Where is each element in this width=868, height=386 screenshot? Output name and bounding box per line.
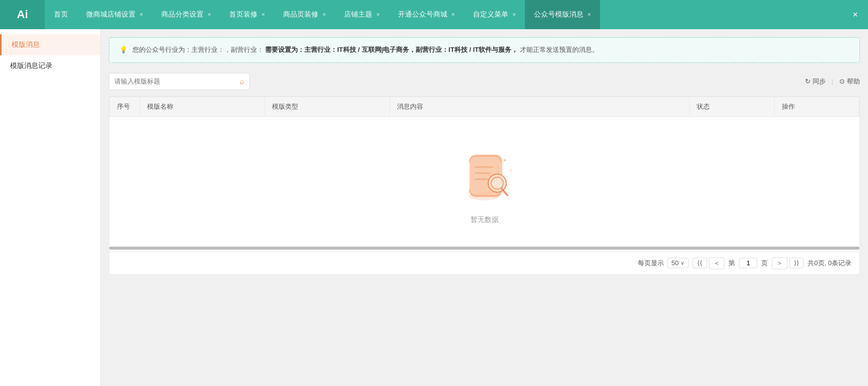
sync-button[interactable]: ↻ 同步 [805, 77, 826, 86]
svg-text:·: · [505, 167, 506, 170]
sync-label: 同步 [813, 77, 826, 86]
nav-tab-category-settings[interactable]: 商品分类设置× [152, 0, 220, 29]
app-logo: Ai [0, 0, 45, 29]
close-tab-product-decorate[interactable]: × [322, 11, 326, 18]
search-bar: ⌕ ↻ 同步 | ⊙ 帮助 [109, 73, 860, 90]
page-size-label: 每页显示 [638, 259, 664, 268]
content-area: 模版消息模版消息记录 💡 您的公众号行业为：主营行业：，副营行业： 需要设置为：… [0, 29, 868, 386]
page-label-prefix: 第 [728, 259, 735, 268]
first-page-button[interactable]: ⟨⟨ [693, 258, 707, 268]
table-header: 序号模版名称模版类型消息内容状态操作 [110, 97, 859, 116]
col-header-type: 模版类型 [265, 97, 390, 116]
close-tab-weshop-settings[interactable]: × [140, 11, 143, 18]
nav-tab-open-mall[interactable]: 开通公众号商城× [389, 0, 464, 29]
sidebar-items: 模版消息模版消息记录 [0, 34, 100, 76]
page-size-dropdown[interactable]: 50 ∨ [667, 258, 689, 268]
data-table: 序号模版名称模版类型消息内容状态操作 [109, 97, 859, 117]
col-header-status: 状态 [690, 97, 774, 116]
scrollbar-thumb[interactable] [109, 247, 859, 250]
close-all-button[interactable]: × [842, 0, 868, 29]
col-header-content: 消息内容 [390, 97, 690, 116]
pagination-row: 每页显示 50 ∨ ⟨⟨ ＜ 第 页 ＞ ⟩⟩ 共0页, 0条记录 [109, 252, 859, 274]
svg-text:✦: ✦ [509, 169, 512, 173]
svg-text:✦: ✦ [503, 158, 507, 163]
nav-tab-template-msg[interactable]: 公众号模版消息× [525, 0, 600, 29]
close-tab-shop-theme[interactable]: × [376, 11, 380, 18]
nav-tab-weshop-settings[interactable]: 微商城店铺设置× [77, 0, 152, 29]
nav-tab-home-decorate[interactable]: 首页装修× [220, 0, 274, 29]
nav-tab-custom-menu[interactable]: 自定义菜单× [464, 0, 525, 29]
nav-tab-product-decorate[interactable]: 商品页装修× [274, 0, 335, 29]
sync-icon: ↻ [805, 78, 811, 85]
main-content: 💡 您的公众号行业为：主营行业：，副营行业： 需要设置为：主营行业：IT科技 /… [101, 29, 868, 386]
empty-state: ✦ ✦ · 暂无数据 [109, 117, 859, 245]
notice-suffix: 才能正常发送预置的消息。 [520, 46, 598, 53]
sidebar-item-template-message[interactable]: 模版消息 [0, 34, 100, 55]
page-size-value: 50 [672, 259, 679, 267]
page-input[interactable] [739, 258, 757, 268]
help-label: 帮助 [847, 77, 860, 86]
sidebar: 模版消息模版消息记录 [0, 29, 101, 386]
col-header-name: 模版名称 [140, 97, 265, 116]
empty-svg: ✦ ✦ · [454, 147, 515, 207]
close-tab-template-msg[interactable]: × [587, 11, 591, 18]
close-tab-open-mall[interactable]: × [451, 11, 455, 18]
divider: | [832, 78, 833, 85]
table-wrapper: 序号模版名称模版类型消息内容状态操作 [109, 96, 860, 275]
scrollbar-row[interactable] [109, 245, 859, 252]
total-info: 共0页, 0条记录 [808, 259, 851, 268]
prev-page-button[interactable]: ＜ [709, 257, 724, 269]
chevron-down-icon: ∨ [681, 260, 684, 266]
search-input-wrap[interactable]: ⌕ [109, 73, 250, 90]
nav-tab-shop-theme[interactable]: 店铺主题× [335, 0, 389, 29]
notice-highlight: 需要设置为：主营行业：IT科技 / 互联网|电子商务，副营行业：IT科技 / I… [265, 46, 518, 53]
last-page-button[interactable]: ⟩⟩ [789, 258, 804, 268]
nav-tabs: 首页微商城店铺设置×商品分类设置×首页装修×商品页装修×店铺主题×开通公众号商城… [45, 0, 842, 29]
help-button[interactable]: ⊙ 帮助 [839, 77, 860, 86]
notice-prefix: 您的公众号行业为：主营行业：，副营行业： [132, 46, 263, 53]
col-header-action: 操作 [774, 97, 859, 116]
empty-text: 暂无数据 [471, 215, 499, 224]
help-icon: ⊙ [839, 78, 845, 85]
top-nav-bar: Ai 首页微商城店铺设置×商品分类设置×首页装修×商品页装修×店铺主题×开通公众… [0, 0, 868, 29]
search-icon[interactable]: ⌕ [240, 77, 244, 86]
empty-illustration: ✦ ✦ · [454, 147, 515, 207]
page-label-suffix: 页 [761, 259, 768, 268]
search-input[interactable] [114, 78, 240, 85]
close-tab-home-decorate[interactable]: × [261, 11, 265, 18]
notice-icon: 💡 [119, 46, 127, 53]
close-tab-category-settings[interactable]: × [208, 11, 211, 18]
close-tab-custom-menu[interactable]: × [512, 11, 516, 18]
page-nav: ⟨⟨ ＜ 第 页 ＞ ⟩⟩ [693, 257, 804, 269]
search-actions: ↻ 同步 | ⊙ 帮助 [805, 77, 860, 86]
next-page-button[interactable]: ＞ [772, 257, 787, 269]
page-size-select: 每页显示 50 ∨ [638, 258, 689, 268]
scrollbar-track[interactable] [109, 247, 859, 250]
svg-line-6 [502, 189, 507, 195]
col-header-index: 序号 [110, 97, 140, 116]
notice-box: 💡 您的公众号行业为：主营行业：，副营行业： 需要设置为：主营行业：IT科技 /… [109, 37, 860, 63]
nav-tab-home[interactable]: 首页 [45, 0, 77, 29]
sidebar-item-template-message-log[interactable]: 模版消息记录 [0, 55, 100, 76]
